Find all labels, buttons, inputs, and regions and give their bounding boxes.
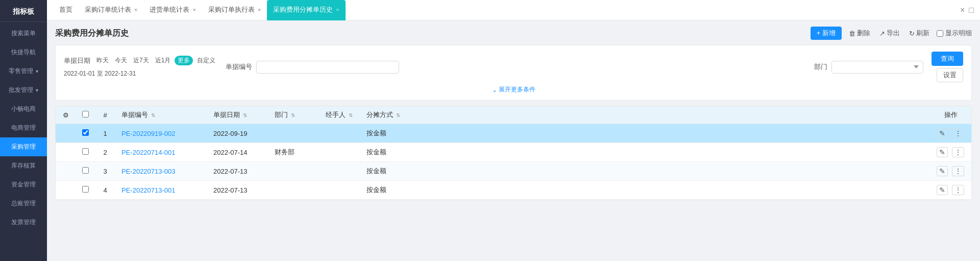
tab-close-purchase-order-exec[interactable]: × <box>258 7 261 13</box>
sidebar-item-inventory[interactable]: 库存核算 <box>0 156 47 175</box>
row-checkbox[interactable] <box>82 148 89 155</box>
tab-goods-in-stat[interactable]: 进货单统计表 × <box>143 0 202 20</box>
row-method-cell: 按金额 <box>360 143 930 162</box>
minimize-icon[interactable]: × <box>960 6 965 15</box>
row-edit-icon[interactable]: ✎ <box>937 185 948 195</box>
col-doc-no-header[interactable]: 单据编号 ⇅ <box>115 106 207 124</box>
sidebar-item-quick-nav[interactable]: 快捷导航 <box>0 43 47 62</box>
date-tag-custom[interactable]: 自定义 <box>195 56 217 65</box>
doc-no-link[interactable]: PE-20220713-003 <box>121 168 176 175</box>
tab-home[interactable]: 首页 <box>53 0 79 20</box>
show-details-checkbox[interactable]: 显示明细 <box>937 29 972 38</box>
row-check-cell[interactable] <box>76 124 95 143</box>
col-action-header: 操作 <box>930 106 971 124</box>
row-doc-no-cell: PE-20220713-001 <box>115 181 207 200</box>
table-row[interactable]: 3 PE-20220713-003 2022-07-13 按金额 ✎ ⋮ <box>56 162 971 181</box>
row-edit-icon[interactable]: ✎ <box>937 128 948 138</box>
row-method-cell: 按金额 <box>360 181 930 200</box>
doc-no-input[interactable] <box>256 61 399 74</box>
dept-filter-group: 部门 <box>814 61 923 74</box>
page-header: 采购费用分摊单历史 + 新增 🗑 删除 ↗ 导出 ↻ 刷新 显示明细 <box>55 27 972 40</box>
doc-no-link[interactable]: PE-20220714-001 <box>121 149 176 156</box>
doc-no-filter-group: 单据编号 <box>226 61 399 74</box>
sidebar-item-finance[interactable]: 资金管理 <box>0 175 47 194</box>
row-handler-cell <box>320 143 360 162</box>
tab-close-purchase-cost-history[interactable]: × <box>336 7 339 13</box>
row-actions: ✎ ⋮ <box>937 128 965 138</box>
sidebar-item-ecommerce[interactable]: 电商管理 <box>0 118 47 137</box>
doc-no-link[interactable]: PE-20220919-002 <box>121 130 176 137</box>
col-settings-header[interactable]: ⚙ <box>56 106 76 124</box>
export-button[interactable]: ↗ 导出 <box>877 28 902 39</box>
row-more-icon[interactable]: ⋮ <box>952 185 964 195</box>
row-handler-cell <box>320 162 360 181</box>
date-range-display: 2022-01-01 至 2022-12-31 <box>64 69 217 78</box>
row-checkbox[interactable] <box>82 186 89 193</box>
tab-close-purchase-order-stat[interactable]: × <box>134 7 137 13</box>
query-button[interactable]: 查询 <box>932 52 963 66</box>
row-action-cell: ✎ ⋮ <box>930 143 971 162</box>
sidebar-item-wholesale[interactable]: 批发管理 ▾ <box>0 81 47 100</box>
tab-purchase-cost-history[interactable]: 采购费用分摊单历史 × <box>267 0 345 20</box>
col-date-header[interactable]: 单据日期 ⇅ <box>207 106 268 124</box>
table-row[interactable]: 4 PE-20220713-001 2022-07-13 按金额 ✎ ⋮ <box>56 181 971 200</box>
add-button[interactable]: + 新增 <box>811 27 842 40</box>
maximize-icon[interactable]: □ <box>969 6 974 15</box>
sidebar-item-mini-shop[interactable]: 小畅电商 <box>0 100 47 118</box>
row-checkbox[interactable] <box>82 129 89 136</box>
sidebar-item-purchase[interactable]: 采购管理 <box>0 137 47 156</box>
sidebar-item-ledger[interactable]: 总账管理 <box>0 194 47 213</box>
row-doc-no-cell: PE-20220919-002 <box>115 124 207 143</box>
row-checkbox[interactable] <box>82 167 89 174</box>
delete-button[interactable]: 🗑 删除 <box>847 28 872 39</box>
refresh-button[interactable]: ↻ 刷新 <box>907 28 932 39</box>
row-date-cell: 2022-09-19 <box>207 124 268 143</box>
select-all-checkbox[interactable] <box>82 111 89 117</box>
col-dept-header[interactable]: 部门 ⇅ <box>268 106 320 124</box>
row-more-icon[interactable]: ⋮ <box>952 128 964 138</box>
show-details-input[interactable] <box>937 30 943 37</box>
row-num-cell: 2 <box>95 143 115 162</box>
tab-close-goods-in-stat[interactable]: × <box>192 7 195 13</box>
dept-select[interactable] <box>831 61 923 74</box>
row-edit-icon[interactable]: ✎ <box>937 147 948 157</box>
doc-no-filter-label: 单据编号 <box>226 62 252 72</box>
row-check-cell[interactable] <box>76 162 95 181</box>
sort-icon: ⇅ <box>396 112 400 118</box>
sidebar-item-search[interactable]: 搜索菜单 <box>0 24 47 43</box>
table-row[interactable]: 2 PE-20220714-001 2022-07-14 财务部 按金额 ✎ ⋮ <box>56 143 971 162</box>
col-handler-header[interactable]: 经手人 ⇅ <box>320 106 360 124</box>
date-tag-7days[interactable]: 近7天 <box>131 56 151 65</box>
chevron-down-icon: ▾ <box>36 68 38 74</box>
settings-icon[interactable]: ⚙ <box>63 111 69 119</box>
row-more-icon[interactable]: ⋮ <box>952 166 964 176</box>
sidebar: 指标板 搜索菜单 快捷导航 零售管理 ▾ 批发管理 ▾ 小畅电商 电商管理 采购… <box>0 0 47 261</box>
row-check-cell[interactable] <box>76 181 95 200</box>
tab-purchase-order-exec[interactable]: 采购订单执行表 × <box>202 0 267 20</box>
row-handler-cell <box>320 124 360 143</box>
col-check-header[interactable] <box>76 106 95 124</box>
chevron-down-icon: ▾ <box>36 87 38 93</box>
sort-icon: ⇅ <box>349 112 353 118</box>
row-edit-icon[interactable]: ✎ <box>937 166 948 176</box>
tab-purchase-order-stat[interactable]: 采购订单统计表 × <box>79 0 143 20</box>
row-check-cell[interactable] <box>76 143 95 162</box>
row-method-cell: 按金额 <box>360 124 930 143</box>
tabs-actions: × □ <box>960 6 974 15</box>
row-num-cell: 3 <box>95 162 115 181</box>
sidebar-item-invoice[interactable]: 发票管理 <box>0 213 47 232</box>
filter-area: 单据日期 昨天 今天 近7天 近1月 更多 自定义 2022-01-01 至 2… <box>55 45 972 101</box>
sort-icon: ⇅ <box>151 112 155 118</box>
col-method-header[interactable]: 分摊方式 ⇅ <box>360 106 930 124</box>
date-tag-more[interactable]: 更多 <box>175 56 193 65</box>
row-more-icon[interactable]: ⋮ <box>952 147 964 157</box>
date-tag-yesterday[interactable]: 昨天 <box>94 56 111 65</box>
row-num-cell: 1 <box>95 124 115 143</box>
date-tag-1month[interactable]: 近1月 <box>153 56 173 65</box>
date-tag-today[interactable]: 今天 <box>113 56 129 65</box>
settings-button[interactable]: 设置 <box>937 68 963 82</box>
expand-more-button[interactable]: ⌄ 展开更多条件 <box>492 85 535 94</box>
table-row[interactable]: 1 PE-20220919-002 2022-09-19 按金额 ✎ ⋮ <box>56 124 971 143</box>
doc-no-link[interactable]: PE-20220713-001 <box>121 186 176 194</box>
sidebar-item-retail[interactable]: 零售管理 ▾ <box>0 62 47 81</box>
